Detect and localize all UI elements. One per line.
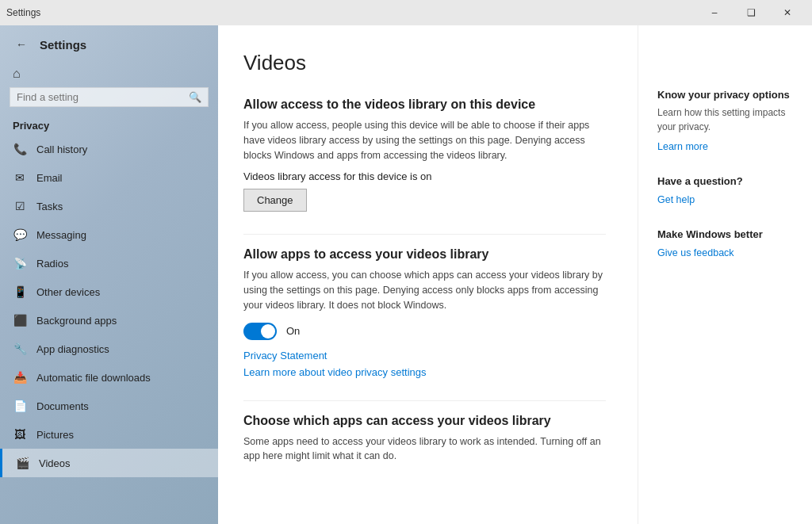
section-device-access: Allow access to the videos library on th…	[243, 98, 606, 212]
search-icon: 🔍	[189, 91, 201, 103]
app-diagnostics-icon: 🔧	[13, 342, 27, 355]
learn-more-link[interactable]: Learn more about video privacy settings	[243, 366, 606, 378]
email-icon: ✉	[13, 171, 27, 184]
get-help-link[interactable]: Get help	[657, 194, 695, 205]
back-button[interactable]: ←	[13, 35, 30, 54]
change-button[interactable]: Change	[243, 189, 307, 212]
sidebar-item-app-diagnostics[interactable]: 🔧 App diagnostics	[0, 335, 218, 363]
sidebar-item-label: Background apps	[36, 315, 117, 327]
main-content: Videos Allow access to the videos librar…	[218, 25, 638, 524]
search-input[interactable]	[17, 91, 189, 103]
section2-desc: If you allow access, you can choose whic…	[243, 268, 606, 312]
toggle-knob	[261, 324, 275, 338]
minimize-button[interactable]: –	[696, 0, 733, 25]
pictures-icon: 🖼	[13, 428, 27, 441]
right-panel: Know your privacy options Learn how this…	[638, 25, 812, 524]
section1-desc: If you allow access, people using this d…	[243, 118, 606, 163]
sidebar-app-title: Settings	[40, 38, 86, 52]
section3-title: Choose which apps can access your videos…	[243, 414, 606, 428]
home-button[interactable]: ⌂	[0, 60, 218, 84]
panel-question: Have a question? Get help	[657, 175, 793, 206]
title-bar: Settings – ❑ ✕	[0, 0, 812, 25]
privacy-statement-link[interactable]: Privacy Statement	[243, 350, 606, 361]
sidebar: ← Settings ⌂ 🔍 Privacy 📞 Call history ✉ …	[0, 25, 218, 524]
divider2	[243, 400, 606, 401]
sidebar-item-documents[interactable]: 📄 Documents	[0, 392, 218, 420]
automatic-downloads-icon: 📥	[13, 371, 27, 384]
radios-icon: 📡	[13, 257, 27, 270]
panel-section2-title: Have a question?	[657, 175, 793, 187]
sidebar-item-tasks[interactable]: ☑ Tasks	[0, 192, 218, 220]
section3-desc: Some apps need to access your videos lib…	[243, 434, 606, 465]
sidebar-item-videos[interactable]: 🎬 Videos	[0, 449, 218, 477]
learn-more-panel-link[interactable]: Learn more	[657, 141, 708, 152]
videos-icon: 🎬	[15, 457, 29, 469]
maximize-button[interactable]: ❑	[733, 0, 769, 25]
sidebar-item-label: Radios	[36, 258, 68, 270]
other-devices-icon: 📱	[13, 285, 27, 298]
sidebar-header: ← Settings	[0, 25, 218, 60]
title-bar-left: Settings	[6, 7, 40, 18]
sidebar-item-label: Other devices	[36, 286, 100, 298]
sidebar-item-call-history[interactable]: 📞 Call history	[0, 135, 218, 163]
sidebar-item-other-devices[interactable]: 📱 Other devices	[0, 277, 218, 306]
sidebar-item-pictures[interactable]: 🖼 Pictures	[0, 420, 218, 449]
sidebar-item-label: App diagnostics	[36, 343, 109, 355]
section1-status: Videos library access for this device is…	[243, 170, 606, 182]
panel-section1-desc: Learn how this setting impacts your priv…	[657, 105, 793, 134]
sidebar-item-messaging[interactable]: 💬 Messaging	[0, 220, 218, 249]
sidebar-item-automatic-downloads[interactable]: 📥 Automatic file downloads	[0, 363, 218, 392]
divider1	[243, 234, 606, 235]
app-body: ← Settings ⌂ 🔍 Privacy 📞 Call history ✉ …	[0, 25, 812, 524]
panel-section1-title: Know your privacy options	[657, 89, 793, 101]
sidebar-item-label: Email	[36, 172, 63, 184]
title-bar-controls: – ❑ ✕	[696, 0, 806, 25]
title-bar-title: Settings	[6, 7, 40, 18]
panel-privacy-options: Know your privacy options Learn how this…	[657, 89, 793, 153]
toggle-label: On	[286, 325, 300, 337]
toggle-row: On	[243, 323, 606, 340]
feedback-link[interactable]: Give us feedback	[657, 247, 734, 258]
sidebar-item-label: Automatic file downloads	[36, 372, 151, 384]
sidebar-item-label: Tasks	[36, 201, 63, 212]
sidebar-item-radios[interactable]: 📡 Radios	[0, 249, 218, 277]
tasks-icon: ☑	[13, 200, 27, 212]
sidebar-item-background-apps[interactable]: ⬛ Background apps	[0, 306, 218, 335]
section1-title: Allow access to the videos library on th…	[243, 98, 606, 112]
panel-section3-title: Make Windows better	[657, 228, 793, 240]
documents-icon: 📄	[13, 400, 27, 412]
messaging-icon: 💬	[13, 228, 27, 241]
sidebar-item-label: Call history	[36, 143, 87, 155]
page-title: Videos	[243, 51, 606, 75]
call-history-icon: 📞	[13, 143, 27, 155]
sidebar-item-label: Documents	[36, 400, 89, 412]
section-app-access: Allow apps to access your videos library…	[243, 247, 606, 377]
section2-title: Allow apps to access your videos library	[243, 247, 606, 262]
privacy-label: Privacy	[0, 113, 218, 135]
panel-windows-better: Make Windows better Give us feedback	[657, 228, 793, 259]
sidebar-item-label: Messaging	[36, 229, 86, 241]
section-choose-apps: Choose which apps can access your videos…	[243, 414, 606, 465]
background-apps-icon: ⬛	[13, 314, 27, 327]
close-button[interactable]: ✕	[769, 0, 806, 25]
search-box: 🔍	[10, 87, 209, 107]
access-toggle[interactable]	[243, 323, 277, 340]
sidebar-item-label: Videos	[39, 457, 71, 469]
sidebar-item-email[interactable]: ✉ Email	[0, 163, 218, 192]
sidebar-item-label: Pictures	[36, 429, 74, 441]
home-icon: ⌂	[13, 67, 21, 81]
